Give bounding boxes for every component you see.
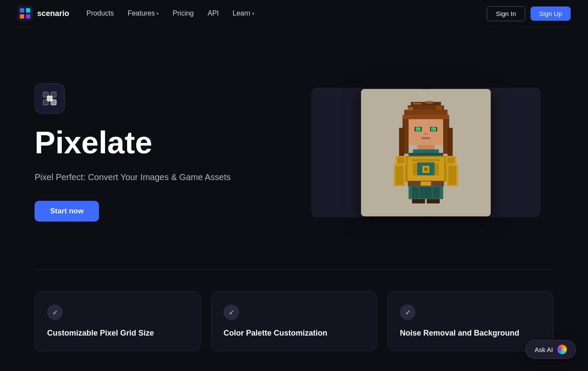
nav-item-learn[interactable]: Learn ▾ — [233, 10, 254, 17]
nav-item-features[interactable]: Features ▾ — [128, 10, 159, 17]
sign-in-button[interactable]: Sign In — [487, 6, 525, 21]
svg-rect-44 — [397, 157, 404, 163]
nav-item-pricing[interactable]: Pricing — [173, 10, 194, 17]
svg-rect-3 — [20, 14, 24, 19]
features-section: ✓ Customizable Pixel Grid Size ✓ Color P… — [0, 270, 588, 368]
ask-ai-label: Ask AI — [534, 346, 553, 353]
svg-rect-61 — [408, 107, 413, 111]
hero-title: Pixelate — [35, 126, 272, 160]
feature-title-1: Color Palette Customization — [224, 329, 364, 338]
svg-rect-14 — [403, 115, 449, 119]
pixel-character-svg — [361, 89, 491, 216]
svg-rect-46 — [447, 157, 454, 163]
nav-link-learn[interactable]: Learn ▾ — [233, 10, 254, 17]
feature-card-0: ✓ Customizable Pixel Grid Size — [35, 291, 201, 351]
svg-rect-9 — [47, 96, 52, 101]
feature-check-icon-0: ✓ — [47, 304, 63, 320]
hero-left: Pixelate Pixel Perfect: Convert Your Ima… — [35, 83, 272, 221]
svg-rect-4 — [26, 14, 30, 19]
ask-ai-button[interactable]: Ask AI — [525, 340, 576, 359]
hero-image-container — [311, 88, 540, 217]
svg-rect-2 — [26, 8, 30, 13]
logo-icon — [17, 6, 33, 21]
svg-rect-29 — [433, 127, 434, 128]
svg-rect-15 — [409, 119, 443, 145]
feature-title-0: Customizable Pixel Grid Size — [47, 329, 188, 338]
nav-link-pricing[interactable]: Pricing — [173, 10, 194, 17]
hero-right — [298, 88, 553, 217]
svg-rect-54 — [412, 187, 419, 198]
nav-link-api[interactable]: API — [208, 10, 219, 17]
svg-rect-52 — [421, 181, 431, 186]
svg-rect-58 — [427, 199, 440, 203]
chevron-down-icon-learn: ▾ — [252, 11, 254, 16]
nav-item-api[interactable]: API — [208, 10, 219, 17]
ai-orb-icon — [557, 345, 567, 354]
sign-up-button[interactable]: Sign Up — [530, 6, 571, 21]
svg-rect-42 — [424, 168, 428, 171]
nav-right: Sign In Sign Up — [487, 6, 571, 21]
svg-rect-55 — [433, 187, 440, 198]
svg-rect-48 — [396, 166, 403, 185]
svg-rect-37 — [412, 159, 440, 162]
svg-rect-39 — [413, 163, 417, 175]
start-now-button[interactable]: Start now — [35, 201, 99, 222]
nav-item-products[interactable]: Products — [86, 10, 114, 17]
svg-rect-28 — [417, 127, 418, 128]
svg-rect-62 — [436, 105, 442, 110]
svg-rect-60 — [426, 101, 433, 104]
pixel-art-panel — [361, 89, 491, 216]
feature-title-2: Noise Removal and Background — [400, 329, 541, 338]
hero-subtitle: Pixel Perfect: Convert Your Images & Gam… — [35, 171, 272, 184]
svg-rect-31 — [422, 137, 430, 139]
svg-rect-40 — [435, 163, 439, 175]
nav-left: scenario Products Features ▾ Pricing — [17, 6, 254, 21]
nav-link-products[interactable]: Products — [86, 10, 114, 17]
product-icon — [35, 83, 65, 114]
logo[interactable]: scenario — [17, 6, 69, 21]
nav-links: Products Features ▾ Pricing API — [86, 10, 254, 17]
hero-section: Pixelate Pixel Perfect: Convert Your Ima… — [0, 27, 588, 269]
svg-rect-59 — [413, 103, 422, 105]
pixelate-icon — [42, 90, 58, 107]
logo-text: scenario — [37, 9, 69, 18]
feature-card-1: ✓ Color Palette Customization — [211, 291, 377, 351]
nav-link-features[interactable]: Features ▾ — [128, 10, 159, 17]
svg-rect-50 — [448, 166, 456, 185]
feature-check-icon-1: ✓ — [224, 304, 239, 320]
svg-rect-56 — [420, 187, 432, 198]
svg-rect-30 — [424, 133, 428, 135]
svg-rect-57 — [412, 199, 425, 203]
main-nav: scenario Products Features ▾ Pricing — [0, 0, 588, 27]
svg-rect-1 — [20, 8, 24, 13]
chevron-down-icon: ▾ — [157, 11, 159, 16]
svg-rect-0 — [17, 6, 33, 21]
feature-check-icon-2: ✓ — [400, 304, 415, 320]
